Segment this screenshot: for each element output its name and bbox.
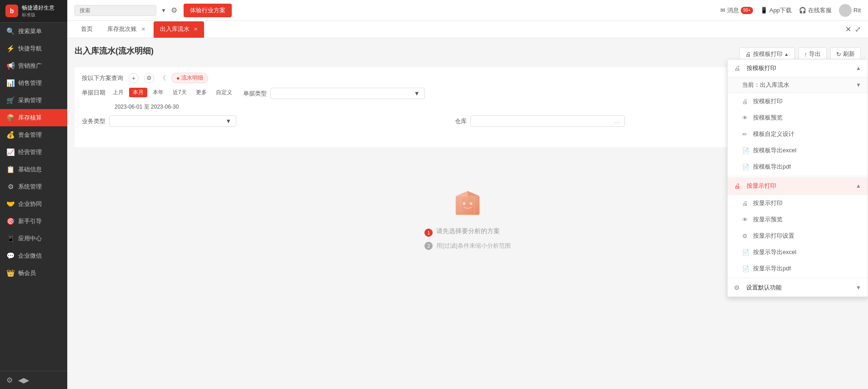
filter-label: 按以下方案查询	[82, 74, 123, 82]
sidebar-label-guide: 新手引导	[18, 217, 42, 225]
dd-display-section-header[interactable]: 🖨 按显示打印 ▲	[728, 177, 868, 195]
date-option-thisyear[interactable]: 本年	[149, 88, 167, 97]
sidebar-item-guide[interactable]: 🎯 新手引导	[0, 213, 67, 230]
doctype-filter-group: 单据类型 ▼	[243, 88, 804, 99]
sidebar-icon-inventory: 📦	[6, 114, 15, 122]
user-avatar-item[interactable]: Rit	[839, 4, 861, 17]
dd-export-excel-display[interactable]: 📄 按显示导出excel	[728, 244, 868, 260]
add-filter-button[interactable]: +	[129, 73, 139, 83]
print-dropdown-overlay: 🖨 按模板打印 ▲ 当前：出入库流水 ▼ 🖨 按模板打印 👁 按模板预览 ✏	[727, 59, 868, 297]
dd-export-pdf-template[interactable]: 📄 按模板导出pdf	[728, 159, 868, 175]
warehouse-input[interactable]: …	[470, 115, 625, 127]
empty-illustration	[447, 179, 488, 220]
sidebar-icon-search: 🔍	[6, 27, 15, 35]
dsi-design-icon: ✏	[742, 131, 749, 138]
message-item[interactable]: ✉ 消息 99+	[720, 6, 753, 15]
tab-flow[interactable]: 出入库流水 ✕	[154, 21, 205, 38]
dsi-print-icon: 🖨	[742, 98, 749, 105]
avatar	[839, 4, 852, 17]
sidebar-label-sales: 销售管理	[18, 79, 42, 87]
sidebar-item-business[interactable]: 📈 经营管理	[0, 144, 67, 161]
dd-template-section-header[interactable]: 🖨 按模板打印 ▲	[728, 60, 868, 77]
sidebar-item-appstore[interactable]: 📱 应用中心	[0, 230, 67, 247]
sidebar-item-search[interactable]: 🔍 搜索菜单	[0, 23, 67, 40]
industry-solution-button[interactable]: 体验行业方案	[184, 4, 232, 17]
headset-icon: 🎧	[799, 7, 806, 14]
sidebar-item-marketing[interactable]: 📢 营销推广	[0, 57, 67, 75]
logo-icon: b	[5, 5, 18, 17]
date-option-7days[interactable]: 近7天	[169, 88, 190, 97]
tab-flow-close[interactable]: ✕	[194, 26, 198, 32]
refresh-icon: ↻	[836, 51, 841, 58]
dd-export-excel-template[interactable]: 📄 按模板导出excel	[728, 142, 868, 159]
topbar-dropdown-arrow[interactable]: ▼	[161, 7, 166, 14]
sidebar-label-inventory: 库存核算	[18, 114, 42, 122]
collapse-sidebar-icon[interactable]: ◀▶	[18, 376, 29, 384]
message-badge: 99+	[741, 7, 753, 14]
sidebar-item-wechat[interactable]: 💬 企业微信	[0, 247, 67, 264]
dd-export-pdf-display[interactable]: 📄 按显示导出pdf	[728, 260, 868, 277]
doctype-label: 单据类型	[243, 90, 267, 98]
date-label: 单据日期	[82, 89, 105, 97]
sidebar-item-basic[interactable]: 📋 基础信息	[0, 161, 67, 178]
settings-icon[interactable]: ⚙	[6, 376, 13, 384]
date-filter-group: 单据日期 上月 本月 本年 近7天 更多 自定义	[82, 88, 236, 97]
print-chevron-up: ▲	[784, 52, 789, 57]
business-type-select[interactable]: ▼	[109, 115, 236, 127]
sidebar-icon-appstore: 📱	[6, 234, 15, 243]
sidebar-item-sales[interactable]: 📊 销售管理	[0, 75, 67, 92]
sidebar-item-nav[interactable]: ⚡ 快捷导航	[0, 40, 67, 57]
tab-batch-close[interactable]: ✕	[141, 26, 145, 32]
sidebar-item-system[interactable]: ⚙ 系统管理	[0, 178, 67, 195]
dd-settings-display[interactable]: ⚙ 按显示打印设置	[728, 228, 868, 244]
dd-custom-template[interactable]: ✏ 模板自定义设计	[728, 126, 868, 142]
filter-expand-icon[interactable]: 《	[160, 74, 166, 82]
content-area: 出入库流水(流水明细) 🖨 按模板打印 ▲ ↑ 导出 ↻ 刷新	[67, 38, 868, 389]
doctype-select[interactable]: ▼	[270, 88, 425, 99]
sidebar-label-nav: 快捷导航	[18, 45, 42, 53]
date-option-custom[interactable]: 自定义	[212, 88, 236, 97]
date-option-more[interactable]: 更多	[192, 88, 210, 97]
maximize-icon[interactable]: ⤢	[855, 25, 861, 34]
dd-print-display[interactable]: 🖨 按显示打印	[728, 195, 868, 211]
business-type-chevron: ▼	[225, 118, 231, 125]
printer-icon: 🖨	[745, 51, 751, 58]
sidebar-icon-enterprise: 🤝	[6, 200, 15, 208]
sidebar-icon-finance: 💰	[6, 131, 15, 139]
filter-tag-icon: ●	[176, 75, 180, 81]
username-label: Rit	[853, 7, 861, 14]
dd-print-template[interactable]: 🖨 按模板打印	[728, 93, 868, 110]
dd-settings-section-header[interactable]: ⚙ 设置默认功能 ▼	[728, 279, 868, 297]
sidebar-item-purchase[interactable]: 🛒 采购管理	[0, 92, 67, 109]
dsi-preview-icon: 👁	[742, 115, 749, 121]
sidebar-item-enterprise[interactable]: 🤝 企业协同	[0, 195, 67, 213]
sidebar-icon-basic: 📋	[6, 165, 15, 174]
close-tab-icon[interactable]: ✕	[845, 25, 851, 34]
sidebar-item-vip[interactable]: 👑 畅会员	[0, 264, 67, 282]
tabs-right: ✕ ⤢	[845, 25, 861, 34]
topbar-gear-icon[interactable]: ⚙	[171, 6, 177, 15]
app-download-item[interactable]: 📱 App下载	[760, 6, 792, 15]
sidebar-item-finance[interactable]: 💰 资金管理	[0, 126, 67, 144]
tab-home[interactable]: 首页	[75, 21, 99, 38]
dd-divider-1	[728, 176, 868, 176]
filter-tag-streamdetail[interactable]: ● 流水明细	[171, 73, 208, 83]
filter-gear-button[interactable]: ⚙	[144, 73, 154, 83]
page-title: 出入库流水(流水明细)	[75, 45, 154, 56]
dd-preview-display[interactable]: 👁 按显示预览	[728, 211, 868, 228]
sidebar-label-search: 搜索菜单	[18, 27, 42, 35]
tabs-bar: 首页 库存批次账 ✕ 出入库流水 ✕ ✕ ⤢	[67, 21, 868, 38]
svg-point-5	[463, 202, 466, 205]
sidebar-icon-purchase: 🛒	[6, 96, 15, 105]
date-option-thismonth[interactable]: 本月	[129, 88, 147, 97]
dd-settings-arrow: ▼	[856, 284, 861, 291]
dsi-display-pdf-icon: 📄	[742, 265, 749, 272]
online-service-item[interactable]: 🎧 在线客服	[799, 6, 832, 15]
tab-batch[interactable]: 库存批次账 ✕	[101, 21, 152, 38]
dd-preview-template[interactable]: 👁 按模板预览	[728, 110, 868, 126]
topbar-search-input[interactable]	[75, 5, 156, 16]
sidebar-item-inventory[interactable]: 📦 库存核算	[0, 109, 67, 126]
warehouse-ellipsis: …	[614, 118, 620, 125]
date-option-lastmonth[interactable]: 上月	[109, 88, 127, 97]
hint-number-2: 2	[424, 242, 433, 250]
